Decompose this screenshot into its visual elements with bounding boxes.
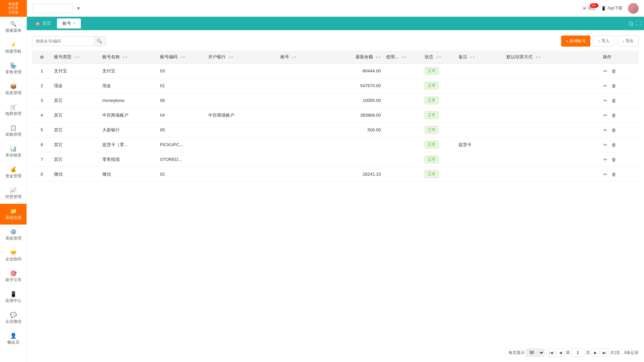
sidebar-item-label: 企业协同: [5, 257, 21, 261]
app-download-button[interactable]: 📱 App下载: [601, 5, 623, 11]
toolbar: 🔍 + 新增账号 ↑ 导入 ↓ 导出: [32, 36, 639, 47]
corp-wechat-icon: 💬: [1, 312, 25, 318]
action-buttons: ✏ 🗑: [603, 97, 636, 104]
delete-button[interactable]: 🗑: [611, 97, 617, 104]
th-balance[interactable]: 最新余额 ▲▼: [326, 51, 383, 64]
row-status: 正常: [422, 152, 455, 167]
row-balance: 28241.10: [326, 167, 383, 182]
row-remark: [456, 108, 504, 123]
add-account-button[interactable]: + 新增账号: [561, 36, 590, 47]
delete-button[interactable]: 🗑: [611, 112, 617, 119]
sidebar-item-beginner-guide[interactable]: 🎯 新手引导: [0, 266, 26, 287]
delete-button[interactable]: 🗑: [611, 127, 617, 133]
user-avatar[interactable]: [628, 3, 639, 14]
row-code: 03: [157, 64, 205, 78]
edit-button[interactable]: ✏: [603, 68, 608, 74]
sidebar-item-operation-mgmt[interactable]: 📈 经营管理: [0, 183, 26, 204]
edit-button[interactable]: ✏: [603, 112, 608, 119]
edit-button[interactable]: ✏: [603, 156, 608, 163]
action-buttons: ✏ 🗑: [603, 82, 636, 89]
status-badge: 正常: [425, 67, 439, 75]
dropdown-arrow-icon: ▼: [76, 6, 80, 11]
per-page-select[interactable]: 50 100 200: [526, 349, 544, 357]
th-settings[interactable]: ⚙: [32, 51, 51, 64]
sidebar-item-app-center[interactable]: 📱 应用中心: [0, 287, 26, 308]
top-dropdown[interactable]: ▼: [76, 6, 80, 11]
tab-restore-button[interactable]: ⊡: [629, 20, 633, 27]
sidebar-item-quick-nav[interactable]: ⚡ 快捷导航: [0, 38, 26, 58]
sidebar-item-system-mgmt[interactable]: ⚙️ 系统管理: [0, 225, 26, 245]
edit-button[interactable]: ✏: [603, 127, 608, 133]
tab-home[interactable]: 🏠 首页: [30, 18, 56, 28]
th-code-label: 账号编码: [160, 54, 177, 59]
sidebar-item-search-menu[interactable]: 🔍 搜索菜单: [0, 17, 26, 38]
row-code: 02: [157, 167, 205, 182]
row-use: [383, 64, 422, 78]
sidebar-item-member[interactable]: 👤 畅会员: [0, 328, 26, 349]
sidebar-item-purchase-mgmt[interactable]: 📋 采购管理: [0, 121, 26, 141]
delete-button[interactable]: 🗑: [611, 156, 617, 163]
row-code: 06: [157, 93, 205, 108]
sidebar-item-label: 快捷导航: [5, 49, 21, 54]
tab-maximize-button[interactable]: ⛶: [636, 20, 641, 27]
row-bank: [206, 78, 278, 93]
search-button[interactable]: 🔍: [93, 37, 106, 46]
first-page-button[interactable]: |◀: [547, 349, 555, 357]
prev-page-button[interactable]: ◀: [556, 349, 565, 357]
tab-close-button[interactable]: ×: [73, 21, 75, 25]
retail-mgmt-icon: 🏪: [1, 62, 25, 69]
delete-button[interactable]: 🗑: [611, 171, 617, 178]
sidebar-item-retail-mgmt[interactable]: 🏪 零售管理: [0, 58, 26, 79]
sidebar-item-corp-wechat[interactable]: 💬 企业微信: [0, 308, 26, 328]
sidebar-item-wholesale-mgmt[interactable]: 📦 批发管理: [0, 79, 26, 100]
sidebar-item-finance-mgmt[interactable]: 💰 资金管理: [0, 162, 26, 183]
tab-account[interactable]: 账号 ×: [57, 18, 81, 28]
row-balance: 500.00: [326, 123, 383, 137]
message-badge: 99+: [590, 3, 598, 8]
delete-button[interactable]: 🗑: [611, 82, 617, 89]
sidebar-item-basic-info[interactable]: 📁 基础信息: [0, 204, 26, 225]
status-badge: 正常: [425, 97, 439, 104]
row-use: [383, 108, 422, 123]
export-button[interactable]: ↓ 导出: [617, 36, 639, 47]
th-name[interactable]: 账号名称 ▲▼: [100, 51, 157, 64]
row-type: 其它: [51, 108, 99, 123]
row-remark: [456, 167, 504, 182]
delete-button[interactable]: 🗑: [611, 68, 617, 74]
sidebar-item-ecommerce-mgmt[interactable]: 🛒 电商管理: [0, 100, 26, 121]
sidebar-item-corp-agreement[interactable]: 🤝 企业协同: [0, 245, 26, 266]
th-type-label: 账号类型: [54, 54, 71, 59]
import-icon: ↑: [598, 39, 600, 44]
edit-button[interactable]: ✏: [603, 97, 608, 104]
sidebar-item-label: 应用中心: [5, 298, 21, 303]
import-button[interactable]: ↑ 导入: [593, 36, 614, 47]
message-button[interactable]: ✉ 消息 99+: [583, 5, 596, 11]
th-remark[interactable]: 备注 ▲▼: [456, 51, 504, 64]
edit-button[interactable]: ✏: [603, 171, 608, 178]
row-balance: 10000.00: [326, 93, 383, 108]
page-number-input[interactable]: [571, 349, 585, 357]
row-actions: ✏ 🗑: [600, 108, 639, 123]
th-status[interactable]: 状态 ▲▼: [422, 51, 455, 64]
tab-bar-actions: ⊡ ⛶: [629, 20, 641, 27]
sidebar-item-inventory[interactable]: 📊 库存核算: [0, 141, 26, 162]
row-code: 04: [157, 108, 205, 123]
th-code[interactable]: 账号编码 ▲▼: [157, 51, 205, 64]
next-page-button[interactable]: ▶: [591, 349, 599, 357]
table-row: 6 其它 提货卡（零... PICKUPC... 正常 提货卡 ✏ 🗑: [32, 137, 639, 152]
edit-button[interactable]: ✏: [603, 82, 608, 89]
edit-button[interactable]: ✏: [603, 141, 608, 148]
row-actions: ✏ 🗑: [600, 152, 639, 167]
th-account[interactable]: 账号 ▲▼: [278, 51, 326, 64]
th-use[interactable]: 使用... ▲▼: [383, 51, 422, 64]
table-row: 4 其它 中百商场账户 04 中百商场账户 383866.00 正常 ✏ 🗑: [32, 108, 639, 123]
th-bank[interactable]: 开户银行 ▲▼: [206, 51, 278, 64]
th-type[interactable]: 账号类型 ▲▼: [51, 51, 99, 64]
search-input[interactable]: [33, 37, 93, 46]
last-page-button[interactable]: ▶|: [601, 349, 609, 357]
delete-button[interactable]: 🗑: [611, 141, 617, 148]
row-remark: [456, 123, 504, 137]
top-search-input[interactable]: [32, 4, 72, 13]
th-default-payment[interactable]: 默认结算方式 ▲▼: [504, 51, 600, 64]
page-navigation: |◀ ◀ 第 页 ▶ ▶| 共1页，8条记录: [547, 349, 639, 357]
